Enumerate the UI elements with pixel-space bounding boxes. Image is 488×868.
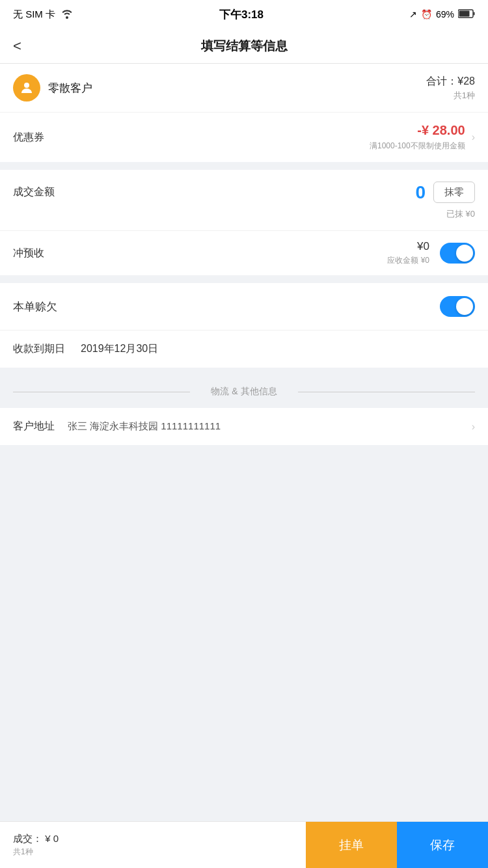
status-bar: 无 SIM 卡 下午3:18 ↗ ⏰ 69% bbox=[0, 0, 488, 29]
debt-label: 本单赊欠 bbox=[13, 299, 57, 314]
address-row[interactable]: 客户地址 张三 海淀永丰科技园 11111111111 › bbox=[0, 408, 488, 445]
nav-bar: < 填写结算等信息 bbox=[0, 29, 488, 64]
transaction-section: 成交金额 0 抹零 已抹 ¥0 冲预收 ¥0 应收金额 ¥0 bbox=[0, 170, 488, 275]
address-value: 张三 海淀永丰科技园 11111111111 bbox=[68, 420, 472, 433]
duedate-row: 收款到期日 2019年12月30日 bbox=[0, 330, 488, 368]
transaction-value: 0 bbox=[415, 182, 426, 203]
bottom-deal-row: 成交： ¥ 0 bbox=[13, 833, 293, 845]
transaction-row: 成交金额 0 抹零 bbox=[0, 170, 488, 207]
logistics-title: 物流 & 其他信息 bbox=[211, 386, 277, 398]
pending-button[interactable]: 挂单 bbox=[306, 822, 397, 869]
logistics-line-left bbox=[13, 392, 190, 392]
svg-rect-2 bbox=[459, 10, 469, 16]
logistics-line-right bbox=[298, 392, 475, 392]
address-chevron-icon: › bbox=[472, 421, 475, 433]
deal-amount: ¥ 0 bbox=[45, 833, 59, 844]
precollect-right: ¥0 应收金额 ¥0 bbox=[387, 240, 475, 266]
address-label: 客户地址 bbox=[13, 420, 55, 433]
status-right: ↗ ⏰ 69% bbox=[409, 9, 475, 20]
status-left: 无 SIM 卡 bbox=[13, 8, 74, 21]
coupon-label: 优惠券 bbox=[13, 131, 44, 144]
debt-toggle[interactable] bbox=[440, 296, 475, 317]
bottom-info: 成交： ¥ 0 共1种 bbox=[0, 833, 306, 858]
battery-icon bbox=[458, 9, 475, 20]
precollect-main-amount: ¥0 bbox=[387, 240, 429, 253]
precollect-amounts: ¥0 应收金额 ¥0 bbox=[387, 240, 429, 266]
deal-label: 成交： bbox=[13, 833, 42, 844]
battery-text: 69% bbox=[436, 9, 454, 20]
duedate-label: 收款到期日 bbox=[13, 342, 65, 356]
debt-section: 本单赊欠 收款到期日 2019年12月30日 bbox=[0, 283, 488, 368]
bottom-bar: 成交： ¥ 0 共1种 挂单 保存 bbox=[0, 821, 488, 868]
wifi-icon bbox=[61, 8, 74, 21]
customer-total: 合计：¥28 共1种 bbox=[426, 75, 475, 102]
avatar bbox=[13, 74, 40, 102]
deducted-row: 已抹 ¥0 bbox=[0, 207, 488, 230]
save-button[interactable]: 保存 bbox=[397, 822, 488, 869]
content-area: 零散客户 合计：¥28 共1种 优惠券 -¥ 28.00 满1000-100不限… bbox=[0, 64, 488, 504]
customer-name: 零散客户 bbox=[48, 81, 92, 96]
transaction-label: 成交金额 bbox=[13, 185, 55, 199]
precollect-sub-amount: 应收金额 ¥0 bbox=[387, 255, 429, 266]
total-count-text: 共1种 bbox=[426, 90, 475, 102]
customer-row: 零散客户 合计：¥28 共1种 bbox=[0, 64, 488, 112]
customer-card: 零散客户 合计：¥28 共1种 优惠券 -¥ 28.00 满1000-100不限… bbox=[0, 64, 488, 162]
status-time: 下午3:18 bbox=[219, 7, 264, 22]
svg-rect-1 bbox=[473, 12, 474, 15]
coupon-row[interactable]: 优惠券 -¥ 28.00 满1000-100不限制使用金额 › bbox=[0, 112, 488, 162]
svg-point-3 bbox=[24, 83, 29, 88]
debt-row: 本单赊欠 bbox=[0, 283, 488, 330]
page-title: 填写结算等信息 bbox=[201, 38, 288, 55]
coupon-chevron-icon: › bbox=[472, 131, 475, 143]
bottom-count: 共1种 bbox=[13, 847, 293, 858]
coupon-amount: -¥ 28.00 bbox=[370, 123, 465, 138]
round-button[interactable]: 抹零 bbox=[433, 182, 475, 203]
coupon-desc: 满1000-100不限制使用金额 bbox=[370, 141, 465, 152]
precollect-row: 冲预收 ¥0 应收金额 ¥0 bbox=[0, 230, 488, 275]
total-amount-text: 合计：¥28 bbox=[426, 75, 475, 88]
no-sim-text: 无 SIM 卡 bbox=[13, 8, 55, 21]
deducted-text: 已抹 ¥0 bbox=[446, 209, 475, 219]
precollect-label: 冲预收 bbox=[13, 247, 44, 260]
duedate-value: 2019年12月30日 bbox=[81, 342, 158, 356]
back-button[interactable]: < bbox=[13, 38, 21, 55]
logistics-header: 物流 & 其他信息 bbox=[0, 375, 488, 408]
coupon-right: -¥ 28.00 满1000-100不限制使用金额 › bbox=[370, 123, 475, 152]
customer-left: 零散客户 bbox=[13, 74, 92, 102]
location-icon: ↗ bbox=[409, 9, 417, 20]
transaction-value-area: 0 抹零 bbox=[415, 182, 475, 203]
precollect-toggle[interactable] bbox=[440, 243, 475, 264]
alarm-icon: ⏰ bbox=[421, 9, 432, 20]
